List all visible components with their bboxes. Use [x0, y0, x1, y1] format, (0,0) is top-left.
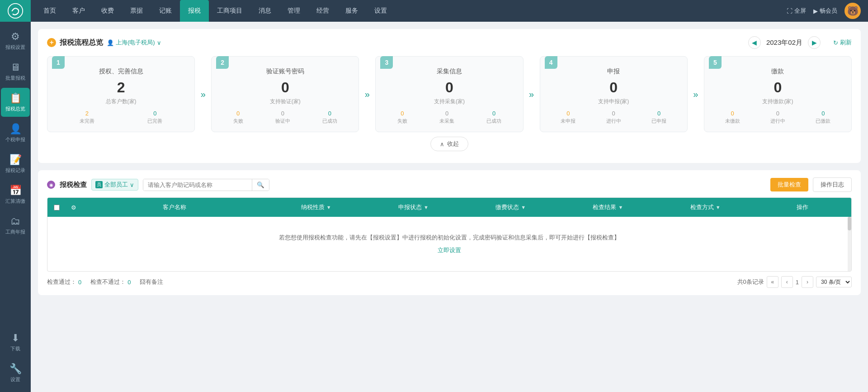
th-gear[interactable]: ⚙ [66, 204, 82, 211]
select-all-checkbox[interactable] [54, 205, 60, 210]
nav-home[interactable]: 首页 [35, 0, 64, 22]
step-1: 1 授权、完善信息 2 总客户数(家) 2 未完善 0 已完善 [47, 56, 195, 132]
search-input[interactable] [143, 179, 252, 191]
sidebar-settings[interactable]: 🔧 设置 [1, 359, 30, 387]
pass-count[interactable]: 0 [78, 279, 81, 286]
step-4-number: 4 [545, 56, 557, 69]
page-size-select[interactable]: 30 条/页 [816, 277, 852, 287]
empty-message: 若您想使用报税检查功能，请先在【报税设置】中进行报税的初始化设置，完成密码验证和… [279, 234, 620, 242]
fail-stat: 检查不通过： 0 [90, 278, 131, 286]
process-title: 报税流程总览 [60, 38, 103, 48]
prev-month-button[interactable]: ◀ [748, 36, 761, 49]
step-3-title: 采集信息 [381, 67, 517, 76]
check-result-filter-icon[interactable]: ▼ [618, 205, 623, 210]
member-button[interactable]: ▶ 畅会员 [813, 7, 837, 15]
tax-overview-icon: 📋 [9, 92, 22, 104]
staff-icon: 员 [95, 181, 103, 188]
nav-invoice[interactable]: 票据 [122, 0, 151, 22]
user-avatar[interactable]: 🐻 [844, 3, 861, 19]
step-4-stat-3: 0 已申报 [651, 110, 666, 124]
step-4-stat-2-num: 0 [612, 110, 615, 117]
tax-record-icon: 📝 [9, 154, 22, 166]
nav-operation[interactable]: 经营 [308, 0, 337, 22]
check-title: 报税检查 [60, 181, 87, 189]
sidebar-download[interactable]: ⬇ 下载 [1, 328, 30, 357]
step-3-stat-1-num: 0 [401, 110, 404, 117]
step-5: 5 缴款 0 支持缴款(家) 0 未缴款 0 进行中 [704, 56, 852, 132]
collapse-button[interactable]: ∧ 收起 [430, 137, 468, 151]
tax-type-filter-icon[interactable]: ▼ [326, 205, 331, 210]
date-navigation: ◀ 2023年02月 ▶ [748, 36, 821, 49]
th-checkbox[interactable] [47, 205, 66, 210]
declare-status-filter-icon[interactable]: ▼ [424, 205, 429, 210]
sidebar-label-tax-settings: 报税设置 [5, 44, 25, 50]
table-scrollbar[interactable] [848, 217, 851, 271]
step-3-stat-2-label: 未采集 [439, 118, 454, 124]
step-5-stat-2: 0 进行中 [770, 110, 785, 124]
check-method-filter-icon[interactable]: ▼ [716, 205, 721, 210]
personal-tax-icon: 👤 [9, 123, 22, 135]
next-month-button[interactable]: ▶ [808, 36, 821, 49]
step-4-stat-1-num: 0 [566, 110, 570, 117]
tax-check-section: ◉ 报税检查 员 全部员工 ∨ 🔍 批量检查 操作日志 [38, 170, 861, 295]
nav-business[interactable]: 工商项目 [209, 0, 250, 22]
pay-status-filter-icon[interactable]: ▼ [521, 205, 526, 210]
step-1-stat-1-num: 2 [85, 110, 89, 117]
fullscreen-button[interactable]: ⛶ 全屏 [787, 7, 806, 15]
sidebar-item-tax-overview[interactable]: 📋 报税总览 [1, 88, 30, 117]
table-body: 若您想使用报税检查功能，请先在【报税设置】中进行报税的初始化设置，完成密码验证和… [47, 217, 851, 271]
prev-page-button[interactable]: ‹ [781, 276, 793, 288]
step-2-sublabel: 支持验证(家) [217, 98, 353, 105]
sidebar-label-tax-overview: 报税总览 [5, 106, 25, 112]
process-overview-card: ＋ 报税流程总览 👤 上海(电子税局) ∨ ◀ 2023年02月 ▶ ↻ 刷新 [38, 29, 861, 163]
nav-customer[interactable]: 客户 [64, 0, 93, 22]
refresh-label: 刷新 [840, 38, 852, 47]
th-check-result: 检查结果 ▼ [559, 203, 656, 211]
search-button[interactable]: 🔍 [252, 179, 269, 191]
location-selector[interactable]: 👤 上海(电子税局) ∨ [107, 38, 161, 47]
sidebar-label-batch-tax: 批量报税 [5, 75, 25, 81]
annual-settle-icon: 📅 [9, 185, 22, 196]
sidebar-item-personal-tax[interactable]: 👤 个税申报 [1, 119, 30, 148]
setup-link[interactable]: 立即设置 [438, 246, 461, 254]
nav-accounting[interactable]: 记账 [151, 0, 180, 22]
sidebar-item-business-annual[interactable]: 🗂 工商年报 [1, 211, 30, 240]
nav-fee[interactable]: 收费 [93, 0, 122, 22]
step-1-stat-2-label: 已完善 [147, 118, 162, 124]
logo[interactable] [0, 0, 31, 22]
batch-tax-icon: 🖥 [10, 62, 20, 73]
th-customer-name: 客户名称 [82, 203, 268, 211]
step-3-stat-1-label: 失败 [397, 118, 407, 124]
fail-label: 检查不通过： [90, 278, 126, 286]
batch-check-button[interactable]: 批量检查 [770, 178, 808, 191]
operation-log-button[interactable]: 操作日志 [813, 177, 852, 192]
content-area: ＋ 报税流程总览 👤 上海(电子税局) ∨ ◀ 2023年02月 ▶ ↻ 刷新 [31, 22, 868, 392]
add-icon: ＋ [47, 38, 56, 47]
step-3-stats: 0 失败 0 未采集 0 已成功 [381, 110, 517, 124]
sidebar-item-batch-tax[interactable]: 🖥 批量报税 [1, 57, 30, 86]
th-declare-status: 申报状态 ▼ [365, 203, 462, 211]
step-3: 3 采集信息 0 支持采集(家) 0 失败 0 未采集 [375, 56, 523, 132]
step-5-stat-1-num: 0 [731, 110, 734, 117]
fail-count[interactable]: 0 [127, 279, 131, 286]
nav-service[interactable]: 服务 [337, 0, 366, 22]
steps-container: 1 授权、完善信息 2 总客户数(家) 2 未完善 0 已完善 [47, 56, 852, 132]
step-2-stat-3: 0 已成功 [322, 110, 337, 124]
first-page-button[interactable]: « [767, 276, 778, 288]
nav-tax[interactable]: 报税 [180, 0, 209, 22]
refresh-button[interactable]: ↻ 刷新 [833, 38, 852, 47]
nav-manage[interactable]: 管理 [279, 0, 308, 22]
card-header: ＋ 报税流程总览 👤 上海(电子税局) ∨ ◀ 2023年02月 ▶ ↻ 刷新 [47, 36, 852, 49]
next-page-button[interactable]: › [802, 276, 813, 288]
sidebar-item-annual-settle[interactable]: 📅 汇算清缴 [1, 180, 30, 209]
nav-message[interactable]: 消息 [250, 0, 279, 22]
step-2-stat-2-num: 0 [281, 110, 284, 117]
sidebar-item-tax-record[interactable]: 📝 报税记录 [1, 149, 30, 178]
staff-filter[interactable]: 员 全部员工 ∨ [91, 179, 138, 191]
sidebar-item-tax-settings[interactable]: ⚙ 报税设置 [1, 26, 30, 55]
nav-settings[interactable]: 设置 [366, 0, 395, 22]
step-5-stats: 0 未缴款 0 进行中 0 已缴款 [710, 110, 846, 124]
scrollbar-thumb [848, 217, 851, 230]
sidebar-download-label: 下载 [10, 346, 20, 352]
step-2: 2 验证账号密码 0 支持验证(家) 0 失败 0 验证中 [211, 56, 359, 132]
